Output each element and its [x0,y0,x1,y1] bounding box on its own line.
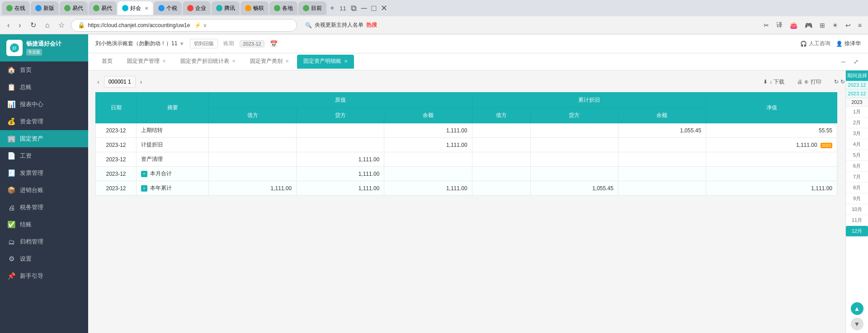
next-page-button[interactable]: › [138,77,144,86]
calendar-icon[interactable]: 📅 [270,40,278,47]
browser-tab-9[interactable]: 各地 [269,1,297,15]
address-input-container[interactable]: 🔒 https://cloud.chanjet.com/accounting/u… [71,19,297,32]
pro-badge: 专业版 [26,49,42,56]
period-month-8[interactable]: 8月 [846,183,868,193]
new-tab-button[interactable]: + [327,4,337,12]
bookmark-button[interactable]: ☆ [56,20,67,30]
sidebar-item-invoice[interactable]: 🧾 发票管理 [0,164,88,182]
period-month-6[interactable]: 6月 [846,161,868,172]
page-tab-depreciation-label: 固定资产折旧统计表 [180,57,229,65]
cell-accum-balance-3 [618,167,706,181]
period-month-12[interactable]: 12月 [846,226,868,237]
page-tab-fa-category[interactable]: 固定资产类别 ✕ [244,55,295,69]
sidebar-item-archive[interactable]: 🗂 归档管理 [0,233,88,250]
sidebar-item-reports[interactable]: 📊 报表中心 [0,96,88,113]
close-browser-button[interactable]: ✕ [381,3,387,13]
sidebar-item-guide[interactable]: 📌 新手引导 [0,267,88,285]
browser-tab-4[interactable]: 好会 ✕ [118,1,153,15]
browser-tab-3[interactable]: 易代 [89,1,117,15]
brightness-icon[interactable]: ☀ [830,21,840,30]
period-month-10[interactable]: 10月 [846,204,868,215]
sidebar-item-fixed-assets[interactable]: 🏢 固定资产 [0,130,88,147]
maximize-button[interactable]: □ [372,4,377,13]
period-month-4[interactable]: 4月 [846,139,868,150]
table-row-year-total: 2023-12 + 本年累计 1,111.00 1,111.00 1,111.0… [96,181,837,196]
win-minimize-button[interactable]: ─ [839,57,848,66]
sidebar-item-home[interactable]: 🏠 首页 [0,61,88,79]
period-start-date[interactable]: 2023.12 [846,81,868,89]
forward-button[interactable]: › [16,20,24,30]
period-month-5[interactable]: 5月 [846,150,868,161]
period-month-9[interactable]: 9月 [846,193,868,204]
browser-tab-close-4[interactable]: ✕ [145,6,148,11]
page-tab-fa-depreciation[interactable]: 固定资产折旧统计表 ✕ [174,55,242,69]
browser-tab-1[interactable]: 新版 [31,1,59,15]
th-accum-debit: 借方 [472,108,530,123]
prev-page-button[interactable]: ‹ [95,77,101,86]
company-selector[interactable]: 刘小艳演示账套（勿删勿动！）11 ▼ [95,40,184,47]
tab-close-category[interactable]: ✕ [285,59,289,64]
cell-orig-debit-3 [209,167,297,181]
page-number-input[interactable] [104,76,136,88]
tab-close-depreciation[interactable]: ✕ [232,59,236,64]
sidebar-label-funds: 资金管理 [20,117,43,126]
browser-tab-6[interactable]: 企业 [183,1,211,15]
translate-icon[interactable]: 译 [774,20,784,30]
sidebar-label-home: 首页 [20,66,32,74]
cell-orig-debit-1 [209,138,297,152]
browser-tab-2[interactable]: 易代 [60,1,88,15]
period-month-7[interactable]: 7月 [846,172,868,183]
period-value[interactable]: 2023-12 [240,40,264,47]
tab-close-detail[interactable]: ✕ [344,59,348,64]
wallet-icon[interactable]: 👛 [788,21,799,30]
browser-tab-10[interactable]: 目前 [298,1,326,15]
sidebar-item-funds[interactable]: 💰 资金管理 [0,113,88,130]
sidebar-label-purchase-sales: 进销台账 [20,186,43,194]
game-icon[interactable]: 🎮 [803,21,814,30]
sidebar-item-settings[interactable]: ⚙ 设置 [0,250,88,267]
win-maximize-button[interactable]: ⤢ [851,57,861,66]
support-button[interactable]: 🎧 人工咨询 [800,40,830,47]
th-net-value: 净值 [706,93,837,123]
period-end-date[interactable]: 2023.12 [846,89,868,98]
period-year: 2023 [846,98,868,107]
tab-list-button[interactable]: ⧉ [351,4,357,13]
scissors-icon[interactable]: ✂ [762,21,771,30]
page-tab-fa-management[interactable]: 固定资产管理 ✕ [121,55,172,69]
page-tab-home[interactable]: 首页 [95,55,119,69]
browser-tab-0[interactable]: 在线 [2,1,30,15]
period-month-11[interactable]: 11月 [846,215,868,226]
browser-tab-5[interactable]: 个税 [154,1,182,15]
tab-close-fa[interactable]: ✕ [162,59,166,64]
browser-tab-8[interactable]: 畅联 [241,1,269,15]
download-button[interactable]: ⬇ ↓ 下载 [760,76,788,88]
sidebar-item-closing[interactable]: ✅ 结账 [0,216,88,233]
period-month-3[interactable]: 3月 [846,128,868,139]
period-month-2[interactable]: 2月 [846,117,868,128]
print-button[interactable]: 🖨 ⊕ 打印 [793,76,825,88]
page-tab-fa-label: 固定资产管理 [127,57,160,65]
history-icon[interactable]: ↩ [844,21,853,30]
back-button[interactable]: ‹ [5,20,12,30]
sidebar-item-ledger[interactable]: 📋 总账 [0,79,88,96]
cell-net-value-1: 1,111.00 2023 [706,138,837,152]
reload-button[interactable]: ↻ [28,20,39,30]
browser-tab-7[interactable]: 腾讯 [212,1,240,15]
home-button[interactable]: ⌂ [42,20,52,30]
sidebar-item-purchase-sales[interactable]: 📦 进销台账 [0,182,88,199]
menu-icon[interactable]: ≡ [856,21,863,30]
period-month-1[interactable]: 1月 [846,107,868,117]
cell-orig-debit-0 [209,123,297,138]
page-tab-fa-detail[interactable]: 固定资产明细账 ✕ [297,55,354,69]
cell-accum-balance-2 [618,152,706,167]
minimize-button[interactable]: ─ [361,4,367,13]
sidebar-item-payroll[interactable]: 📄 工资 [0,147,88,164]
cell-orig-balance-2 [384,152,472,167]
cell-accum-credit-2 [530,152,618,167]
switch-version-button[interactable]: 切到旧版 [190,39,218,48]
grid-icon[interactable]: ⊞ [818,21,827,30]
period-scroll-down[interactable]: ▼ [851,318,863,330]
sidebar-item-tax[interactable]: 🖨 税务管理 [0,199,88,216]
period-scroll-up[interactable]: ▲ [851,302,863,315]
user-button[interactable]: 👤 徐泽华 [836,40,861,47]
